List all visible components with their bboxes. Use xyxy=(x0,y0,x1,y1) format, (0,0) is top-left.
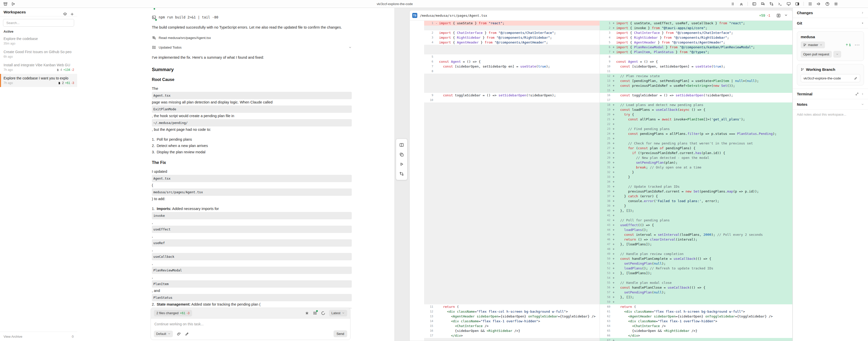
diff-row xyxy=(410,204,599,208)
panel-left-button[interactable] xyxy=(752,2,756,6)
line-number: 44 xyxy=(600,228,613,231)
plus-icon xyxy=(70,12,74,16)
workspace-item[interactable]: Create Good First Issues on Github So pe… xyxy=(0,48,77,61)
pen-button[interactable] xyxy=(185,332,189,336)
changes-section-header[interactable]: Changes xyxy=(793,8,868,18)
word-wrap-button[interactable] xyxy=(776,13,781,18)
chevron-right-icon xyxy=(861,93,864,95)
latest-dropdown[interactable]: Latest xyxy=(329,310,347,316)
workspace-search[interactable] xyxy=(3,19,74,27)
sign-out-button[interactable] xyxy=(11,2,16,6)
diff-row: 3import { ChatInterface } from "@/compon… xyxy=(600,30,792,35)
working-branch-label: Working Branch xyxy=(806,67,835,71)
diff-row xyxy=(410,112,599,117)
view-archive-link[interactable]: View Archive xyxy=(4,335,72,338)
branch-dropdown[interactable]: master xyxy=(801,41,825,48)
model-dropdown[interactable]: Default xyxy=(154,331,173,337)
pencil-icon[interactable] xyxy=(854,76,857,80)
arrow-up-icon xyxy=(845,43,848,46)
asterisk-icon[interactable] xyxy=(304,310,310,316)
todos-icon[interactable] xyxy=(312,310,318,316)
chat-bubbles-button[interactable] xyxy=(761,2,765,6)
code-line: const pendingPlans = allPlans.filter(p =… xyxy=(616,131,792,136)
plus-button[interactable] xyxy=(70,8,74,16)
chevron-down-icon[interactable] xyxy=(348,46,352,49)
spinner-icon[interactable] xyxy=(320,310,326,316)
layers-button[interactable] xyxy=(63,8,67,16)
tool-call-row[interactable]: Read medusa/src/pages/Agent.tsx xyxy=(152,35,352,40)
monitor-button[interactable] xyxy=(786,2,791,6)
text: page was missing all plan detection and … xyxy=(152,100,273,104)
notes-section-header[interactable]: Notes xyxy=(793,99,868,110)
diff-row: 30+ setPendingPlan(plan); xyxy=(600,160,792,165)
archive-button[interactable] xyxy=(3,2,8,6)
expand-icon[interactable] xyxy=(855,92,859,96)
diff-row: 11 return ( xyxy=(410,304,599,309)
code-line: import { AgentHeader } from "@/component… xyxy=(439,40,599,45)
code-line: <div className="flex flex-1 overflow-hid… xyxy=(439,319,599,323)
play-button[interactable] xyxy=(396,159,407,169)
message-input[interactable]: Continue working on this task... Default… xyxy=(151,318,350,340)
line-number: 10 xyxy=(424,98,436,102)
git-branch-icon xyxy=(801,68,804,71)
model-label: Default xyxy=(156,332,166,336)
code-line: </div> xyxy=(439,333,599,338)
help-button[interactable] xyxy=(825,2,830,6)
diff-row: 6const Agent = () => { xyxy=(410,59,599,64)
help-icon xyxy=(825,2,830,6)
files-changed-chip[interactable]: 2 files changed +61 -3 xyxy=(154,310,192,316)
diff-row: 47+ }, [loadPlans]); xyxy=(600,242,792,247)
inline-code: medusa/src/pages/Agent.tsx xyxy=(152,188,352,196)
git-section-header[interactable]: Git xyxy=(793,18,868,28)
diff-row: 26+ // Check for new pending plans that … xyxy=(600,141,792,146)
branch-name: master xyxy=(808,43,818,47)
paperclip-button[interactable] xyxy=(177,332,181,336)
line-number: 1 xyxy=(424,22,436,25)
diff-row xyxy=(410,160,599,165)
git-compare-button[interactable] xyxy=(769,2,774,6)
git-compare-button[interactable] xyxy=(396,169,407,179)
line-number: 41 xyxy=(600,214,613,217)
line-number: 58 xyxy=(600,296,613,299)
diff-sign: + xyxy=(613,276,616,280)
line-number: 9 xyxy=(424,94,436,97)
layout-columns-button[interactable] xyxy=(396,140,407,150)
chevron-down-button[interactable] xyxy=(784,13,788,18)
sidebar-footer: View Archive 0 xyxy=(0,332,77,341)
tool-call-label: Updated Todos xyxy=(159,45,182,49)
repo-menu-button[interactable]: ··· xyxy=(855,43,860,47)
diff-sign: + xyxy=(613,180,616,184)
diff-sign: + xyxy=(613,156,616,160)
terminal-prompt-button[interactable] xyxy=(778,2,782,6)
list-item: 1. Poll for pending plans xyxy=(152,136,352,143)
diff-row xyxy=(410,338,599,341)
line-number: 55 xyxy=(600,281,613,284)
diff-row: 39+ } xyxy=(600,204,792,208)
latest-label: Latest xyxy=(332,311,340,315)
open-pull-request-button[interactable]: Open pull request xyxy=(801,51,832,58)
panel-right-button[interactable] xyxy=(795,2,799,6)
line-number: 49 xyxy=(600,252,613,255)
chevrons-up-button[interactable] xyxy=(739,2,743,6)
tool-call-row[interactable]: Updated Todos xyxy=(152,45,352,50)
send-button[interactable]: Send xyxy=(334,330,347,337)
working-branch-input[interactable]: vk/3ccf-explore-the-code xyxy=(801,74,860,82)
copy-button[interactable] xyxy=(396,150,407,159)
workspace-item[interactable]: Explore the codebase35m ago xyxy=(0,34,77,48)
workspace-item[interactable]: Install and integrate Vibe Kanban Web GU… xyxy=(0,61,77,74)
workspace-item[interactable]: Explore the codebase I want you to explo… xyxy=(0,74,77,87)
gear-button[interactable] xyxy=(834,2,838,6)
pr-options-button[interactable] xyxy=(833,51,841,58)
code-line: setPendingPlan(null); xyxy=(616,290,792,295)
code-line: <div className="flex flex-col h-screen b… xyxy=(616,309,792,314)
pause-button[interactable] xyxy=(730,2,735,6)
menu-button[interactable] xyxy=(808,2,812,6)
code-line: try { xyxy=(616,112,792,117)
terminal-section-header[interactable]: Terminal xyxy=(793,89,868,99)
tool-call-row[interactable]: npm run build 2>&1 | tail -80 xyxy=(152,15,352,20)
announce-button[interactable] xyxy=(816,2,821,6)
code-line: <AgentHeader sidebarOpen={sidebarOpen} o… xyxy=(616,314,792,319)
search-input[interactable] xyxy=(6,21,71,25)
text: Added necessary imports for xyxy=(171,207,219,211)
diff-sign: + xyxy=(613,108,616,112)
